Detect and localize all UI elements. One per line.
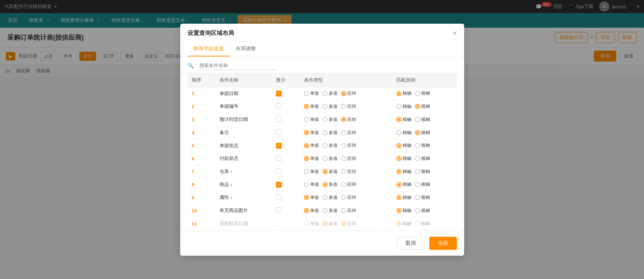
- modal-header: 设置查询区域布局 ×: [180, 24, 464, 42]
- modal-title: 设置查询区域布局: [187, 30, 234, 37]
- search-input[interactable]: [197, 61, 277, 70]
- modal-tabs: 查询字段设置 布局调整: [180, 42, 464, 57]
- col-order: 顺序: [187, 73, 215, 78]
- modal-overlay[interactable]: 设置查询区域布局 × 查询字段设置 布局调整 🔍 顺序 条件名称 显示 条件类型: [0, 0, 644, 78]
- modal-table-container: 顺序 条件名称 显示 条件类型 匹配原则 1单据日期✓ 单值 多值: [180, 73, 464, 78]
- modal-search-area: 🔍: [180, 57, 464, 73]
- conditions-table: 顺序 条件名称 显示 条件类型 匹配原则 1单据日期✓ 单值 多值: [187, 73, 457, 78]
- search-icon: 🔍: [187, 63, 194, 68]
- col-name: 条件名称: [215, 73, 272, 78]
- col-display: 显示: [272, 73, 299, 78]
- modal-close-button[interactable]: ×: [453, 30, 457, 37]
- modal-dialog: 设置查询区域布局 × 查询字段设置 布局调整 🔍 顺序 条件名称 显示 条件类型: [180, 24, 464, 78]
- col-match: 匹配原则: [392, 73, 457, 78]
- modal-tab-query-fields[interactable]: 查询字段设置: [187, 42, 230, 56]
- modal-tab-layout[interactable]: 布局调整: [230, 42, 262, 56]
- col-type: 条件类型: [300, 73, 392, 78]
